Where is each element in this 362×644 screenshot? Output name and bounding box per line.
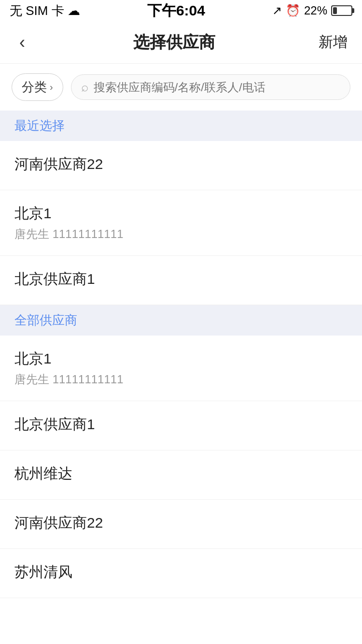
- category-label: 分类: [22, 79, 47, 96]
- all-section-header: 全部供应商: [0, 305, 362, 336]
- item-name: 苏州清风: [14, 562, 348, 582]
- battery-icon: [331, 5, 352, 16]
- list-item[interactable]: 河南供应商22: [0, 141, 362, 190]
- item-name: 河南供应商22: [14, 513, 348, 533]
- sim-status: 无 SIM 卡 ☁: [10, 2, 80, 19]
- list-item[interactable]: 苏州清风: [0, 549, 362, 598]
- item-sub: 唐先生 11111111111: [14, 226, 348, 242]
- search-box[interactable]: ⌕: [71, 74, 350, 100]
- recent-items-list: 河南供应商22北京1唐先生 11111111111北京供应商1: [0, 141, 362, 305]
- battery-percent: 22%: [304, 4, 327, 17]
- list-item[interactable]: 北京1唐先生 11111111111: [0, 190, 362, 256]
- status-left: 无 SIM 卡 ☁: [10, 2, 80, 19]
- status-time: 下午6:04: [147, 1, 205, 21]
- status-right: ↗ ⏰ 22%: [272, 4, 352, 17]
- recent-section-label: 最近选择: [14, 118, 65, 133]
- item-name: 北京1: [14, 349, 348, 369]
- back-button[interactable]: ‹: [14, 28, 30, 57]
- item-sub: 唐先生 11111111111: [14, 372, 348, 387]
- search-input[interactable]: [94, 81, 340, 94]
- all-items-list: 北京1唐先生 11111111111北京供应商1杭州维达河南供应商22苏州清风: [0, 336, 362, 598]
- item-name: 北京1: [14, 204, 348, 224]
- add-button[interactable]: 新增: [319, 32, 348, 52]
- alarm-icon: ⏰: [286, 4, 300, 17]
- search-icon: ⌕: [81, 80, 89, 95]
- page-title: 选择供应商: [133, 31, 215, 54]
- status-bar: 无 SIM 卡 ☁ 下午6:04 ↗ ⏰ 22%: [0, 0, 362, 21]
- item-name: 北京供应商1: [14, 415, 348, 434]
- nav-bar: ‹ 选择供应商 新增: [0, 21, 362, 64]
- list-item[interactable]: 杭州维达: [0, 450, 362, 500]
- list-item[interactable]: 北京供应商1: [0, 401, 362, 450]
- item-name: 北京供应商1: [14, 269, 348, 289]
- all-section-label: 全部供应商: [14, 313, 77, 327]
- filter-bar: 分类 › ⌕: [0, 64, 362, 111]
- list-item[interactable]: 河南供应商22: [0, 500, 362, 549]
- location-icon: ↗: [272, 4, 282, 17]
- category-button[interactable]: 分类 ›: [12, 73, 63, 101]
- item-name: 河南供应商22: [14, 154, 348, 174]
- list-item[interactable]: 北京供应商1: [0, 256, 362, 305]
- list-item[interactable]: 北京1唐先生 11111111111: [0, 336, 362, 401]
- chevron-right-icon: ›: [50, 82, 53, 93]
- item-name: 杭州维达: [14, 464, 348, 484]
- recent-section-header: 最近选择: [0, 111, 362, 141]
